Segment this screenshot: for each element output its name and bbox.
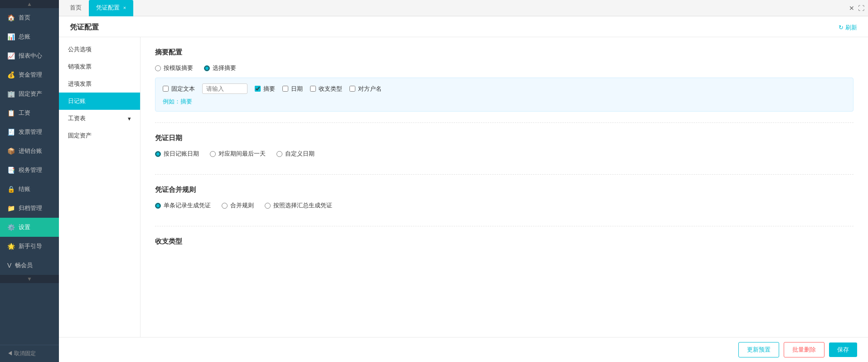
radio-last-day-input[interactable] <box>210 151 216 157</box>
radio-merge-rule[interactable]: 合并规则 <box>222 201 254 210</box>
radio-single[interactable]: 单条记录生成凭证 <box>155 201 211 210</box>
nav-item-purchase[interactable]: 进项发票 <box>59 75 140 93</box>
radio-custom-date[interactable]: 自定义日期 <box>276 150 315 158</box>
summary-title: 摘要配置 <box>155 48 853 57</box>
batch-delete-button[interactable]: 批量删除 <box>784 342 824 357</box>
date-radio-group: 按日记账日期 对应期间最后一天 自定义日期 <box>155 150 853 158</box>
close-accounts-icon: 🔒 <box>7 186 15 193</box>
tab-bar: 首页 凭证配置 × ✕ ⛶ <box>59 0 868 16</box>
tab-bar-actions: ✕ ⛶ <box>849 5 864 12</box>
sidebar-item-close[interactable]: 🔒 结账 <box>0 180 59 199</box>
right-content: 摘要配置 按模版摘要 选择摘要 固定文本 <box>141 37 868 337</box>
update-preview-button[interactable]: 更新预置 <box>738 342 779 357</box>
page-header: 凭证配置 ↻ 刷新 <box>59 16 868 37</box>
merge-section: 凭证合并规则 单条记录生成凭证 合并规则 按照选择汇总生成凭证 <box>155 186 853 226</box>
left-nav: 公共选项 销项发票 进项发票 日记账 工资表 ▾ 固定资产 <box>59 37 141 337</box>
radio-select-summary[interactable]: 选择摘要 <box>204 64 236 72</box>
window-expand-button[interactable]: ⛶ <box>858 5 864 12</box>
sidebar-item-report[interactable]: 📈 报表中心 <box>0 46 59 65</box>
footer-bar: 更新预置 批量删除 保存 <box>59 337 868 362</box>
example-text: 例如：摘要 <box>163 98 846 106</box>
cancel-pin-button[interactable]: ◀ 取消固定 <box>0 345 59 362</box>
content-area: 公共选项 销项发票 进项发票 日记账 工资表 ▾ 固定资产 摘要配置 <box>59 37 868 337</box>
window-close-button[interactable]: ✕ <box>849 5 854 12</box>
purchase-icon: 📦 <box>7 147 15 155</box>
payroll-icon: 📋 <box>7 109 15 117</box>
sidebar-item-home[interactable]: 🏠 首页 <box>0 8 59 27</box>
checkbox-counterpart[interactable]: 对方户名 <box>349 85 382 93</box>
radio-select-summary-input[interactable] <box>204 65 210 71</box>
checkbox-summary-input[interactable] <box>255 86 261 92</box>
checkbox-row: 固定文本 摘要 日期 收支类型 <box>163 83 846 94</box>
tab-close-icon[interactable]: × <box>123 5 126 10</box>
sidebar-scroll-down[interactable]: ▼ <box>0 275 59 283</box>
radio-by-template[interactable]: 按模版摘要 <box>155 64 193 72</box>
fund-icon: 💰 <box>7 71 15 78</box>
sidebar-item-archive[interactable]: 📁 归档管理 <box>0 199 59 218</box>
member-icon: V <box>7 262 11 269</box>
radio-custom-date-input[interactable] <box>276 151 282 157</box>
nav-item-payroll[interactable]: 工资表 ▾ <box>59 110 140 127</box>
date-section: 凭证日期 按日记账日期 对应期间最后一天 自定义日期 <box>155 134 853 175</box>
date-title: 凭证日期 <box>155 134 853 142</box>
nav-item-public[interactable]: 公共选项 <box>59 41 140 58</box>
sidebar-item-guide[interactable]: 🌟 新手引导 <box>0 237 59 256</box>
checkbox-area: 固定文本 摘要 日期 收支类型 <box>155 78 853 112</box>
checkbox-date[interactable]: 日期 <box>282 85 303 93</box>
sidebar-scroll-up[interactable]: ▲ <box>0 0 59 8</box>
radio-by-template-input[interactable] <box>155 65 161 71</box>
nav-item-fixed[interactable]: 固定资产 <box>59 127 140 144</box>
main-area: 首页 凭证配置 × ✕ ⛶ 凭证配置 ↻ 刷新 公共选项 销项发票 进 <box>59 0 868 362</box>
nav-item-journal[interactable]: 日记账 <box>59 93 140 110</box>
nav-item-sales[interactable]: 销项发票 <box>59 58 140 75</box>
checkbox-income-type-input[interactable] <box>310 86 316 92</box>
radio-select-merge[interactable]: 按照选择汇总生成凭证 <box>265 201 332 210</box>
checkbox-fixed-text[interactable]: 固定文本 <box>163 85 195 93</box>
checkbox-counterpart-input[interactable] <box>349 86 355 92</box>
pin-icon: ◀ <box>7 350 13 357</box>
sidebar-item-ledger[interactable]: 📊 总账 <box>0 27 59 46</box>
sidebar: ▲ 🏠 首页 📊 总账 📈 报表中心 💰 资金管理 🏢 固定资产 📋 工资 🧾 … <box>0 0 59 362</box>
report-icon: 📈 <box>7 52 15 59</box>
tax-icon: 📑 <box>7 166 15 174</box>
checkbox-fixed-text-input[interactable] <box>163 86 169 92</box>
sidebar-item-payroll[interactable]: 📋 工资 <box>0 103 59 122</box>
radio-last-day[interactable]: 对应期间最后一天 <box>210 150 266 158</box>
radio-select-merge-input[interactable] <box>265 203 271 209</box>
sidebar-item-settings[interactable]: ⚙️ 设置 <box>0 218 59 237</box>
home-icon: 🏠 <box>7 14 15 21</box>
page-title: 凭证配置 <box>70 23 99 32</box>
merge-title: 凭证合并规则 <box>155 186 853 194</box>
checkbox-summary[interactable]: 摘要 <box>255 85 275 93</box>
chevron-down-icon: ▾ <box>128 115 131 122</box>
tab-home[interactable]: 首页 <box>63 0 89 16</box>
sidebar-item-tax[interactable]: 📑 税务管理 <box>0 161 59 180</box>
sidebar-item-purchase[interactable]: 📦 进销台账 <box>0 142 59 161</box>
sidebar-item-member[interactable]: V 畅会员 <box>0 256 59 275</box>
refresh-button[interactable]: ↻ 刷新 <box>839 24 857 32</box>
invoice-icon: 🧾 <box>7 128 15 136</box>
sidebar-item-fund[interactable]: 💰 资金管理 <box>0 65 59 84</box>
tab-voucher-config[interactable]: 凭证配置 × <box>89 0 133 16</box>
refresh-icon: ↻ <box>839 24 844 31</box>
archive-icon: 📁 <box>7 205 15 212</box>
fixed-text-input[interactable] <box>202 83 247 94</box>
summary-section: 摘要配置 按模版摘要 选择摘要 固定文本 <box>155 48 853 123</box>
sidebar-item-assets[interactable]: 🏢 固定资产 <box>0 84 59 103</box>
sidebar-item-invoice[interactable]: 🧾 发票管理 <box>0 122 59 142</box>
ledger-icon: 📊 <box>7 33 15 40</box>
radio-single-input[interactable] <box>155 203 161 209</box>
radio-journal-date-input[interactable] <box>155 151 161 157</box>
guide-icon: 🌟 <box>7 243 15 250</box>
radio-journal-date[interactable]: 按日记账日期 <box>155 150 199 158</box>
save-button[interactable]: 保存 <box>829 342 857 357</box>
settings-icon: ⚙️ <box>7 224 15 231</box>
merge-radio-group: 单条记录生成凭证 合并规则 按照选择汇总生成凭证 <box>155 201 853 210</box>
checkbox-date-input[interactable] <box>282 86 288 92</box>
income-type-title: 收支类型 <box>155 237 853 246</box>
radio-merge-rule-input[interactable] <box>222 203 228 209</box>
summary-radio-group: 按模版摘要 选择摘要 <box>155 64 853 72</box>
assets-icon: 🏢 <box>7 90 15 98</box>
checkbox-income-type[interactable]: 收支类型 <box>310 85 342 93</box>
income-type-section: 收支类型 <box>155 237 853 264</box>
